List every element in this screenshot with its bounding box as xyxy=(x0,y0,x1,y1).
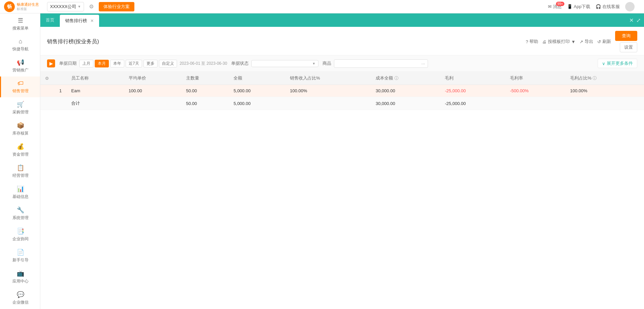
sidebar-item-inventory[interactable]: 📦 库存核算 xyxy=(0,118,40,140)
col-profit-rate: 毛利率 xyxy=(506,72,566,85)
table-wrap: ⚙ 员工名称 平均单价 主数量 全额 销售收入占比% 成本全额 ⓘ 毛利 毛利率… xyxy=(40,72,644,309)
sidebar-item-purchase[interactable]: 🛒 采购管理 xyxy=(0,97,40,118)
online-service-button[interactable]: 🎧 在线客服 xyxy=(596,4,620,10)
more-date-btn[interactable]: 更多 xyxy=(143,60,158,67)
close-window-icon[interactable]: ✕ xyxy=(629,17,634,23)
sidebar-item-marketing[interactable]: 📢 营销推广 xyxy=(0,55,40,76)
company-selector[interactable]: XXXXXX公司 ▼ xyxy=(47,2,84,11)
chevron-down-icon: ▼ xyxy=(78,5,81,8)
date-buttons: 上月 本月 本年 近7天 更多 自定义 xyxy=(79,60,177,67)
goods-more-icon[interactable]: ··· xyxy=(421,61,425,66)
sidebar-item-label: 新手引导 xyxy=(12,257,29,263)
table-header-row: ⚙ 员工名称 平均单价 主数量 全额 销售收入占比% 成本全额 ⓘ 毛利 毛利率… xyxy=(40,72,644,85)
sidebar-item-app-center[interactable]: 📺 应用中心 xyxy=(0,266,40,288)
row-main-qty: 50.00 xyxy=(182,85,230,97)
sidebar: ☰ 搜索菜单 ⌂ 快捷导航 📢 营销推广 🏷 销售管理 🛒 采购管理 📦 库存核… xyxy=(0,13,40,309)
tab-home[interactable]: 首页 xyxy=(40,13,60,27)
sidebar-item-guide[interactable]: 📄 新手引导 xyxy=(0,245,40,266)
footer-profit: -25,000.00 xyxy=(441,97,506,110)
finance-icon: 💰 xyxy=(17,143,24,150)
help-button[interactable]: ? 帮助 xyxy=(526,39,538,45)
footer-label: 合计 xyxy=(67,97,125,110)
col-settings[interactable]: ⚙ xyxy=(40,72,54,85)
filter-bar: ▶ 单据日期 上月 本月 本年 近7天 更多 自定义 2023-06-01 至 … xyxy=(40,55,644,72)
sidebar-item-wechat[interactable]: 💬 企业微信 xyxy=(0,288,40,309)
sidebar-item-quick-nav[interactable]: ⌂ 快捷导航 xyxy=(0,35,40,55)
expand-window-icon[interactable]: ⤢ xyxy=(636,17,641,23)
filter-expand-arrow[interactable]: ▶ xyxy=(47,59,55,67)
expand-more-conditions-button[interactable]: ∨ 展开更多条件 xyxy=(598,59,637,68)
sidebar-item-basic-info[interactable]: 📊 基础信息 xyxy=(0,182,40,203)
main-layout: ☰ 搜索菜单 ⌂ 快捷导航 📢 营销推广 🏷 销售管理 🛒 采购管理 📦 库存核… xyxy=(0,13,644,309)
wechat-icon: 💬 xyxy=(17,291,24,298)
query-settings-group: 查询 设置 xyxy=(615,31,637,52)
logo: 畅 畅康通好生意 标准版 xyxy=(4,1,44,12)
row-employee-name: Eam xyxy=(67,85,125,97)
custom-date-btn[interactable]: 自定义 xyxy=(159,60,177,67)
col-cost: 成本全额 ⓘ xyxy=(372,72,441,85)
goods-input[interactable]: ··· xyxy=(334,59,428,68)
basic-info-icon: 📊 xyxy=(17,185,24,193)
topbar: 畅 畅康通好生意 标准版 XXXXXX公司 ▼ ⚙ 体验行业方案 ✉ 消息 99… xyxy=(0,0,644,13)
status-select[interactable]: ▼ xyxy=(251,60,318,67)
settings-icon[interactable]: ⚙ xyxy=(87,2,96,11)
footer-amount: 5,000.00 xyxy=(229,97,286,110)
sidebar-item-sales[interactable]: 🏷 销售管理 xyxy=(0,76,40,97)
refresh-button[interactable]: ↺ 刷新 xyxy=(597,39,611,45)
sidebar-item-label: 库存核算 xyxy=(12,131,29,136)
status-filter-group: 单据状态 ▼ xyxy=(231,60,318,67)
sidebar-item-operations[interactable]: 📋 经营管理 xyxy=(0,161,40,182)
sidebar-item-cooperation[interactable]: 📑 企业协同 xyxy=(0,224,40,245)
message-badge: 99+ xyxy=(556,2,564,6)
footer-rank xyxy=(54,97,67,110)
col-profit-pct: 毛利占比% ⓘ xyxy=(566,72,644,85)
sidebar-item-label: 快捷导航 xyxy=(12,46,29,52)
tab-sales-rank-label: 销售排行榜 xyxy=(65,18,87,24)
try-industry-button[interactable]: 体验行业方案 xyxy=(99,2,134,11)
tab-close-icon[interactable]: ✕ xyxy=(90,18,94,23)
cost-info-icon[interactable]: ⓘ xyxy=(394,76,398,81)
col-avg-price: 平均单价 xyxy=(125,72,182,85)
footer-sales-pct xyxy=(286,97,372,110)
app-download-button[interactable]: 📱 App下载 xyxy=(567,4,590,10)
app-center-icon: 📺 xyxy=(17,270,24,277)
sidebar-item-system[interactable]: 🔧 系统管理 xyxy=(0,203,40,224)
logo-text: 畅康通好生意 标准版 xyxy=(17,2,39,11)
row-avg-price: 100.00 xyxy=(125,85,182,97)
query-button[interactable]: 查询 xyxy=(615,31,637,41)
profit-pct-info-icon[interactable]: ⓘ xyxy=(593,76,597,81)
row-sales-pct: 100.00% xyxy=(286,85,372,97)
export-button[interactable]: ↗ 导出 xyxy=(579,39,593,45)
goods-filter-group: 商品 ··· xyxy=(323,59,428,68)
operations-icon: 📋 xyxy=(17,164,24,171)
guide-icon: 📄 xyxy=(17,249,24,256)
tabbar: 首页 销售排行榜 ✕ ✕ ⤢ xyxy=(40,13,644,27)
this-year-btn[interactable]: 本年 xyxy=(110,60,124,67)
row-profit-rate: -500.00% xyxy=(506,85,566,97)
status-select-arrow-icon: ▼ xyxy=(312,62,315,65)
logo-icon: 畅 xyxy=(4,1,15,12)
home-icon: ⌂ xyxy=(19,38,23,45)
sidebar-item-search-order[interactable]: ☰ 搜索菜单 xyxy=(0,13,40,35)
this-month-btn[interactable]: 本月 xyxy=(95,60,109,67)
footer-cost: 30,000.00 xyxy=(372,97,441,110)
row-amount: 5,000.00 xyxy=(229,85,286,97)
tab-sales-rank[interactable]: 销售排行榜 ✕ xyxy=(60,15,99,27)
col-profit: 毛利 xyxy=(441,72,506,85)
purchase-icon: 🛒 xyxy=(17,101,24,108)
message-button[interactable]: ✉ 消息 99+ xyxy=(548,4,562,10)
refresh-icon: ↺ xyxy=(597,39,601,44)
sidebar-item-finance[interactable]: 💰 资金管理 xyxy=(0,140,40,161)
date-filter-group: 单据日期 上月 本月 本年 近7天 更多 自定义 2023-06-01 至 20… xyxy=(59,60,227,67)
sidebar-item-label: 资金管理 xyxy=(12,152,29,157)
last-month-btn[interactable]: 上月 xyxy=(79,60,93,67)
footer-settings xyxy=(40,97,54,110)
help-icon: ? xyxy=(526,39,528,44)
date-range-text: 2023-06-01 至 2023-06-30 xyxy=(180,61,227,66)
sidebar-item-label: 营销推广 xyxy=(12,67,29,73)
print-button[interactable]: 🖨 按模板打印 ▼ xyxy=(542,39,575,45)
content-area: 首页 销售排行榜 ✕ ✕ ⤢ 销售排行榜(按业务员) ? 帮助 xyxy=(40,13,644,309)
avatar[interactable] xyxy=(625,2,635,11)
last-7-days-btn[interactable]: 近7天 xyxy=(126,60,142,67)
settings-button[interactable]: 设置 xyxy=(620,42,637,52)
